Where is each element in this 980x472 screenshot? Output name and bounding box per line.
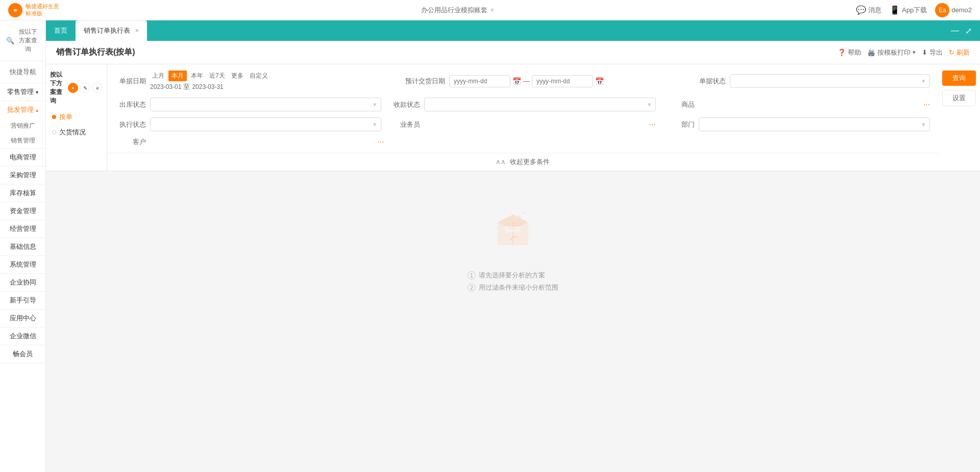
calendar-icon1: 📅 (512, 77, 521, 85)
topbar-center[interactable]: 办公用品行业模拟账套 ▾ (421, 6, 494, 15)
minimize-tab-icon[interactable]: — (951, 26, 959, 35)
filter-field-dept: 部门 (664, 117, 930, 131)
help-btn[interactable]: ❓ 帮助 (838, 48, 861, 57)
refresh-btn[interactable]: ↻ 刷新 (949, 48, 970, 57)
scheme-item-quhuo[interactable]: 欠货情况 (50, 125, 103, 140)
sidebar-section-title-finance[interactable]: 资金管理 (0, 202, 45, 220)
svg-point-5 (518, 216, 521, 219)
exec-status-label: 执行状态 (115, 120, 146, 129)
search-menu-btn[interactable]: 🔍 按以下方案查询 (4, 26, 41, 56)
date-range-end: 2023-03-31 (192, 83, 223, 90)
order-status-chevron (922, 77, 925, 85)
collapse-bar[interactable]: ∧∧ 收起更多条件 (107, 153, 938, 171)
sidebar-section-title-stock[interactable]: 库存核算 (0, 184, 45, 202)
sidebar-section-title-appcenter[interactable]: 应用中心 (0, 310, 45, 327)
sidebar-item-kuaijie[interactable]: 快捷导航 (0, 64, 45, 80)
dropdown-icon[interactable]: ▾ (491, 6, 494, 14)
message-icon: 💬 (856, 5, 866, 15)
date-tab-lastmonth[interactable]: 上月 (150, 70, 166, 81)
sidebar-section-stock: 库存核算 (0, 184, 45, 202)
sidebar-section-title-purchase[interactable]: 采购管理 (0, 167, 45, 184)
out-status-select[interactable] (150, 98, 381, 111)
sidebar-section-title-ops[interactable]: 经营管理 (0, 220, 45, 238)
date-tab-custom[interactable]: 自定义 (248, 70, 270, 81)
collapse-sidebar-btn[interactable]: « (92, 83, 103, 93)
filter-field-expected-date: 预计交货日期 📅 — 📅 (405, 75, 687, 87)
collapse-icon: ∧∧ (496, 158, 506, 166)
date-sep: — (523, 77, 530, 85)
date-tab-7days[interactable]: 近7天 (207, 70, 227, 81)
filter-field-collect-status: 收款状态 (389, 98, 655, 111)
page-content: 销售订单执行表(按单) ❓ 帮助 🖨️ 按模板打印 ▾ ⬇ 导出 (46, 41, 980, 472)
export-btn[interactable]: ⬇ 导出 (922, 48, 943, 57)
filter-sidebar: 按以下方案查询 + ✎ « 按单 欠货情况 (46, 64, 107, 171)
product-control: ··· (699, 100, 930, 109)
sidebar-section-sys: 系统管理 (0, 256, 45, 274)
expected-date-start[interactable] (449, 75, 510, 87)
help-icon: ❓ (838, 49, 846, 56)
sidebar-section-title-wechat[interactable]: 企业微信 (0, 327, 45, 345)
message-btn[interactable]: 💬 消息 (856, 5, 881, 15)
expand-tab-icon[interactable]: ⤢ (965, 26, 972, 36)
print-btn[interactable]: 🖨️ 按模板打印 ▾ (867, 48, 916, 57)
date-control: 上月 本月 本年 近7天 更多 自定义 2023-03-01 (150, 70, 397, 91)
empty-tips: 1 请先选择要分析的方案 2 用过滤条件来缩小分析范围 (468, 271, 558, 295)
out-status-chevron (373, 101, 377, 108)
order-status-label: 单据状态 (695, 77, 726, 86)
filter-row-3: 执行状态 业务员 ··· (115, 117, 930, 131)
date-tab-thisyear[interactable]: 本年 (189, 70, 205, 81)
sidebar-section-ops: 经营管理 (0, 220, 45, 238)
customer-control: ··· (150, 137, 384, 147)
sidebar: 🔍 按以下方案查询 快捷导航 零售管理 ▾ 批发管理 ▴ 营销推广 销售管理 电… (0, 20, 46, 472)
app-icon: 📱 (890, 5, 900, 15)
product-ellipsis-btn[interactable]: ··· (923, 100, 930, 109)
sidebar-section-title-sys[interactable]: 系统管理 (0, 256, 45, 273)
filter-row-4: 客户 ··· (115, 137, 930, 147)
sidebar-section-title-retail[interactable]: 零售管理 ▾ (0, 83, 45, 101)
sidebar-section-basic: 基础信息 (0, 238, 45, 256)
sidebar-section-title-corp[interactable]: 企业协同 (0, 274, 45, 291)
sidebar-section-title-wholesale[interactable]: 批发管理 ▴ (0, 101, 45, 119)
scheme-item-andan[interactable]: 按单 (50, 109, 103, 125)
tab-sales-exec[interactable]: 销售订单执行表 × (76, 20, 147, 41)
date-tabs: 上月 本月 本年 近7天 更多 自定义 (150, 70, 397, 81)
add-scheme-btn[interactable]: + (68, 83, 78, 93)
exec-status-chevron (373, 121, 377, 128)
chevron-down-icon: ▾ (36, 89, 38, 95)
content: 首页 销售订单执行表 × — ⤢ 销售订单执行表(按单) ❓ 帮助 (46, 20, 980, 472)
user-menu[interactable]: Ea demo2 (935, 3, 972, 17)
tab-close-icon[interactable]: × (135, 27, 139, 34)
sidebar-section-title-newbie[interactable]: 新手引导 (0, 292, 45, 309)
tab-home[interactable]: 首页 (46, 20, 76, 41)
sidebar-item-yingxiao[interactable]: 营销推广 (0, 119, 45, 133)
search-btn[interactable]: 查询 (942, 70, 976, 86)
collect-status-label: 收款状态 (389, 100, 420, 109)
sidebar-search: 🔍 按以下方案查询 (0, 20, 45, 61)
collect-status-select[interactable] (424, 98, 655, 111)
refresh-icon: ↻ (949, 49, 954, 56)
export-icon: ⬇ (922, 49, 927, 56)
sidebar-section-title-basic[interactable]: 基础信息 (0, 238, 45, 255)
dept-select[interactable] (699, 117, 930, 131)
sidebar-section-title-ecom[interactable]: 电商管理 (0, 149, 45, 166)
settings-btn[interactable]: 设置 (942, 90, 976, 106)
salesman-ellipsis-btn[interactable]: ··· (649, 120, 655, 129)
exec-status-select[interactable] (150, 117, 381, 131)
sidebar-item-xiaoshou[interactable]: 销售管理 (0, 133, 45, 148)
filter-field-product: 商品 ··· (664, 100, 930, 109)
sidebar-section-member: 畅会员 (0, 345, 45, 363)
date-tab-thismonth[interactable]: 本月 (168, 70, 187, 81)
dropdown-label: 办公用品行业模拟账套 (421, 6, 487, 15)
sidebar-section-title-member[interactable]: 畅会员 (0, 345, 45, 363)
customer-ellipsis-btn[interactable]: ··· (377, 137, 384, 147)
collect-status-chevron (648, 101, 651, 108)
expected-date-end[interactable] (532, 75, 593, 87)
chevron-up-icon: ▴ (36, 107, 38, 113)
app-download-btn[interactable]: 📱 App下载 (890, 5, 927, 15)
salesman-control: ··· (424, 120, 655, 129)
sidebar-section-retail: 零售管理 ▾ (0, 83, 45, 101)
order-status-select[interactable] (730, 74, 930, 88)
edit-scheme-btn[interactable]: ✎ (80, 83, 90, 93)
svg-point-6 (523, 212, 525, 214)
date-tab-more[interactable]: 更多 (229, 70, 246, 81)
